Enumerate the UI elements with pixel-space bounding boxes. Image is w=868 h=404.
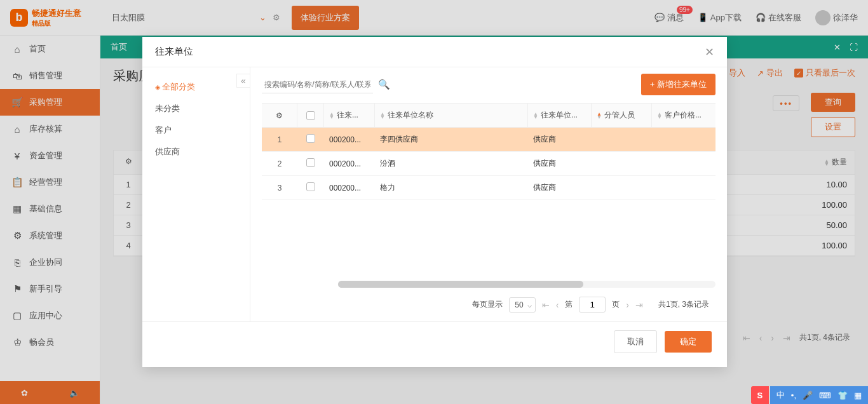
table-row[interactable]: 3000200...格力供应商 bbox=[262, 176, 715, 200]
close-icon[interactable]: ✕ bbox=[705, 45, 714, 59]
category-customer[interactable]: 客户 bbox=[155, 119, 250, 141]
row-manager bbox=[592, 158, 652, 170]
row-checkbox[interactable] bbox=[297, 152, 324, 175]
ime-lang[interactable]: 中 bbox=[776, 389, 785, 401]
page-label-pre: 第 bbox=[565, 299, 573, 310]
row-type: 供应商 bbox=[528, 152, 592, 175]
pagination-summary: 共1页, 3条记录 bbox=[658, 299, 709, 310]
ime-punct-icon[interactable]: •, bbox=[791, 391, 796, 400]
gear-icon: ⚙ bbox=[276, 111, 283, 120]
page-next-icon[interactable]: › bbox=[626, 300, 629, 310]
row-name: 格力 bbox=[375, 176, 528, 199]
table-row[interactable]: 1000200...李四供应商供应商 bbox=[262, 128, 715, 152]
col-gear[interactable]: ⚙ bbox=[262, 104, 297, 127]
category-uncategorized[interactable]: 未分类 bbox=[155, 98, 250, 119]
page-last-icon[interactable]: ⇥ bbox=[635, 300, 643, 310]
add-unit-button[interactable]: + 新增往来单位 bbox=[641, 74, 715, 95]
modal-header: 往来单位 ✕ bbox=[142, 37, 727, 67]
row-type: 供应商 bbox=[528, 176, 592, 199]
col-checkbox[interactable] bbox=[297, 104, 324, 127]
ime-tools[interactable]: 中 •, 🎤 ⌨ 👕 ▦ bbox=[770, 386, 868, 404]
row-index: 3 bbox=[262, 177, 297, 199]
ime-grid-icon[interactable]: ▦ bbox=[854, 391, 862, 400]
row-index: 1 bbox=[262, 129, 297, 151]
row-type: 供应商 bbox=[528, 128, 592, 151]
checkbox-icon bbox=[306, 182, 315, 191]
sort-icon: ▲▼ bbox=[380, 112, 385, 119]
col-name[interactable]: ▲▼往来单位名称 bbox=[375, 104, 528, 127]
col-code[interactable]: ▲▼往来... bbox=[324, 104, 375, 127]
checkbox-icon bbox=[306, 158, 315, 167]
search-icon[interactable]: 🔍 bbox=[378, 79, 390, 90]
row-checkbox[interactable] bbox=[297, 128, 324, 151]
page-first-icon[interactable]: ⇤ bbox=[542, 300, 550, 310]
row-code: 000200... bbox=[324, 177, 375, 199]
row-price bbox=[652, 133, 715, 146]
modal-pagination: 每页显示 50 ⇤ ‹ 第 页 › ⇥ 共1页, 3条记录 bbox=[262, 288, 709, 321]
col-price[interactable]: ▲▼客户价格... bbox=[652, 104, 715, 127]
unit-table: ⚙ ▲▼往来... ▲▼往来单位名称 ▲▼往来单位... ▲▼分管人员 ▲▼客户… bbox=[262, 103, 715, 276]
ime-mic-icon[interactable]: 🎤 bbox=[803, 391, 813, 400]
category-all[interactable]: 全部分类 bbox=[155, 76, 250, 98]
horizontal-scrollbar[interactable] bbox=[338, 281, 715, 288]
row-index: 2 bbox=[262, 153, 297, 175]
category-sidebar: « 全部分类 未分类 客户 供应商 bbox=[142, 67, 250, 321]
modal-title: 往来单位 bbox=[155, 46, 193, 58]
ime-keyboard-icon[interactable]: ⌨ bbox=[819, 391, 831, 400]
ime-skin-icon[interactable]: 👕 bbox=[837, 391, 848, 400]
row-price bbox=[652, 182, 715, 194]
row-checkbox[interactable] bbox=[297, 176, 324, 199]
col-type[interactable]: ▲▼往来单位... bbox=[528, 104, 592, 127]
page-input[interactable] bbox=[579, 297, 606, 313]
checkbox-icon bbox=[306, 111, 315, 120]
per-page-label: 每页显示 bbox=[472, 299, 503, 310]
checkbox-icon bbox=[306, 134, 315, 143]
row-code: 000200... bbox=[324, 153, 375, 175]
sort-icon: ▲▼ bbox=[533, 112, 538, 119]
ime-s-icon[interactable]: S bbox=[751, 386, 769, 404]
sort-icon: ▲▼ bbox=[657, 112, 662, 119]
category-supplier[interactable]: 供应商 bbox=[155, 141, 250, 163]
row-code: 000200... bbox=[324, 129, 375, 151]
row-manager bbox=[592, 133, 652, 146]
sort-icon: ▲▼ bbox=[597, 112, 602, 119]
col-manager[interactable]: ▲▼分管人员 bbox=[592, 104, 652, 127]
ime-toolbar: S 中 •, 🎤 ⌨ 👕 ▦ bbox=[751, 386, 868, 404]
row-name: 李四供应商 bbox=[375, 128, 528, 151]
sort-icon: ▲▼ bbox=[329, 112, 334, 119]
confirm-button[interactable]: 确定 bbox=[665, 331, 712, 353]
scrollbar-thumb[interactable] bbox=[338, 281, 583, 288]
row-name: 汾酒 bbox=[375, 152, 528, 175]
per-page-select[interactable]: 50 bbox=[509, 297, 535, 313]
page-prev-icon[interactable]: ‹ bbox=[556, 300, 559, 310]
table-row[interactable]: 2000200...汾酒供应商 bbox=[262, 152, 715, 176]
search-input[interactable] bbox=[262, 76, 373, 93]
row-manager bbox=[592, 182, 652, 194]
modal-footer: 取消 确定 bbox=[142, 321, 727, 361]
row-price bbox=[652, 158, 715, 170]
cancel-button[interactable]: 取消 bbox=[614, 330, 657, 353]
collapse-icon[interactable]: « bbox=[236, 74, 250, 88]
page-label-post: 页 bbox=[612, 299, 620, 310]
unit-selector-modal: 往来单位 ✕ « 全部分类 未分类 客户 供应商 🔍 + 新增往来单位 ⚙ ▲▼… bbox=[142, 37, 727, 367]
